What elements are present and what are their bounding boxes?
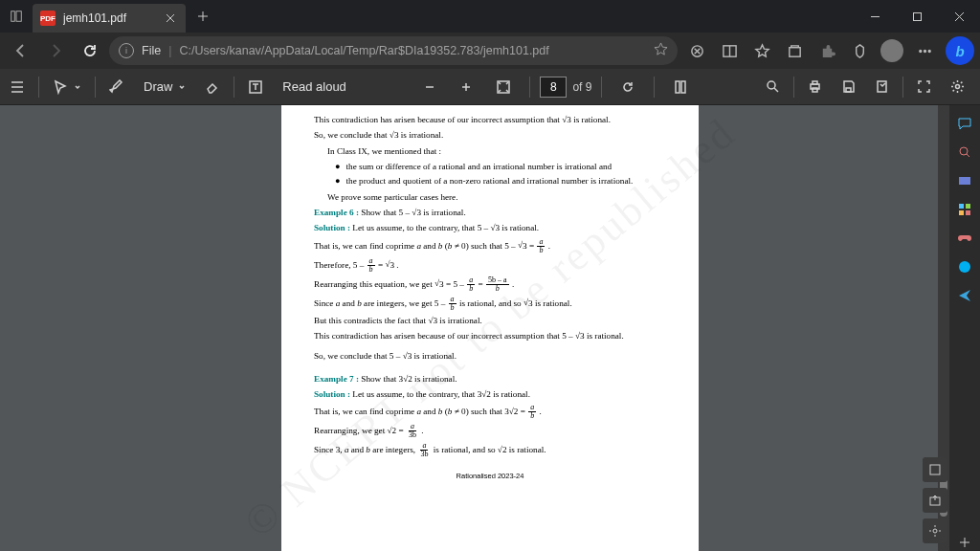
svg-point-13 bbox=[768, 81, 775, 89]
svg-rect-5 bbox=[789, 47, 799, 55]
split-screen-icon[interactable] bbox=[714, 35, 745, 66]
svg-point-22 bbox=[933, 529, 937, 533]
fullscreen-icon[interactable] bbox=[907, 69, 941, 105]
tab-title: jemh101.pdf bbox=[63, 11, 155, 25]
pdf-page: © NCERT not to be republished This contr… bbox=[281, 105, 699, 551]
svg-rect-26 bbox=[966, 204, 970, 209]
minimize-button[interactable] bbox=[854, 0, 896, 33]
svg-rect-2 bbox=[913, 12, 921, 20]
tools-icon[interactable] bbox=[956, 201, 973, 218]
svg-point-7 bbox=[924, 50, 925, 52]
page-total: of 9 bbox=[572, 80, 591, 94]
svg-rect-16 bbox=[813, 88, 817, 92]
svg-rect-0 bbox=[11, 11, 15, 22]
shopping-icon[interactable] bbox=[681, 35, 712, 66]
favorite-icon[interactable] bbox=[654, 42, 668, 59]
bing-button[interactable]: b bbox=[946, 36, 974, 65]
skype-icon[interactable] bbox=[956, 258, 973, 276]
rotate-icon[interactable] bbox=[612, 69, 644, 105]
draw-button[interactable]: Draw bbox=[134, 69, 195, 105]
print-icon[interactable] bbox=[798, 69, 832, 105]
coupon-icon[interactable] bbox=[956, 172, 973, 189]
page-footer: Rationalised 2023-24 bbox=[314, 472, 666, 482]
svg-rect-17 bbox=[846, 88, 851, 92]
search-icon[interactable] bbox=[756, 69, 790, 105]
tools-gear-icon[interactable] bbox=[923, 518, 947, 543]
floating-tools bbox=[923, 457, 947, 543]
svg-rect-24 bbox=[959, 177, 970, 185]
cursor-select-icon[interactable] bbox=[43, 69, 91, 105]
games-icon[interactable] bbox=[956, 230, 973, 247]
share-icon[interactable] bbox=[923, 488, 947, 513]
more-icon[interactable] bbox=[909, 35, 940, 66]
maximize-button[interactable] bbox=[896, 0, 938, 33]
clipboard-icon[interactable] bbox=[865, 69, 899, 105]
favorites-icon[interactable] bbox=[746, 35, 777, 66]
close-window-button[interactable] bbox=[938, 0, 980, 33]
collections-icon[interactable] bbox=[779, 35, 810, 66]
new-tab-button[interactable] bbox=[189, 3, 216, 30]
svg-point-23 bbox=[960, 147, 968, 155]
text-tool-icon[interactable] bbox=[238, 69, 273, 105]
zoom-out-button[interactable] bbox=[414, 69, 445, 105]
browser-tab[interactable]: PDF jemh101.pdf bbox=[33, 4, 186, 33]
highlight-icon[interactable] bbox=[100, 69, 134, 105]
svg-rect-12 bbox=[681, 81, 685, 93]
svg-rect-11 bbox=[676, 81, 679, 93]
contents-icon[interactable] bbox=[0, 69, 34, 105]
svg-rect-1 bbox=[16, 11, 21, 22]
extensions-icon[interactable] bbox=[812, 35, 842, 66]
svg-point-19 bbox=[956, 85, 960, 89]
address-bar: i File | C:/Users/kanav/AppData/Local/Te… bbox=[0, 33, 980, 69]
zoom-in-button[interactable] bbox=[451, 69, 481, 105]
close-tab-icon[interactable] bbox=[163, 11, 178, 26]
erase-icon[interactable] bbox=[195, 69, 230, 105]
svg-point-8 bbox=[928, 50, 930, 52]
tab-actions-icon[interactable] bbox=[0, 0, 33, 33]
settings-icon[interactable] bbox=[941, 69, 974, 105]
send-icon[interactable] bbox=[956, 287, 973, 304]
page-number-input[interactable] bbox=[540, 77, 567, 98]
search-side-icon[interactable] bbox=[956, 143, 973, 161]
browser-essentials-icon[interactable] bbox=[844, 35, 875, 66]
toolbar-right: b bbox=[681, 35, 974, 66]
forward-button bbox=[40, 35, 71, 66]
pdf-toolbar: Draw Read aloud of 9 bbox=[0, 69, 980, 105]
save-icon[interactable] bbox=[832, 69, 865, 105]
svg-rect-27 bbox=[959, 210, 964, 215]
site-info-icon[interactable]: i bbox=[119, 43, 134, 58]
svg-point-29 bbox=[959, 261, 970, 273]
svg-rect-15 bbox=[813, 81, 817, 84]
svg-point-6 bbox=[919, 50, 921, 52]
svg-rect-20 bbox=[930, 465, 940, 474]
read-aloud-button[interactable]: Read aloud bbox=[273, 69, 356, 105]
fit-page-icon[interactable] bbox=[487, 69, 520, 105]
refresh-button[interactable] bbox=[75, 35, 105, 66]
pdf-icon: PDF bbox=[40, 11, 56, 26]
svg-rect-25 bbox=[959, 204, 964, 209]
page-view-icon[interactable] bbox=[664, 69, 697, 105]
pdf-viewport[interactable]: © NCERT not to be republished This contr… bbox=[0, 105, 980, 551]
chat-icon[interactable] bbox=[956, 115, 973, 132]
url-field[interactable]: i File | C:/Users/kanav/AppData/Local/Te… bbox=[109, 36, 678, 65]
window-controls bbox=[854, 0, 980, 33]
profile-avatar[interactable] bbox=[877, 35, 907, 66]
url-path: C:/Users/kanav/AppData/Local/Temp/Rar$DI… bbox=[179, 44, 646, 57]
edge-sidebar bbox=[949, 105, 980, 551]
back-button[interactable] bbox=[6, 35, 36, 66]
url-scheme: File bbox=[142, 44, 161, 57]
title-bar: PDF jemh101.pdf bbox=[0, 0, 980, 33]
add-side-icon[interactable] bbox=[956, 534, 973, 551]
screenshot-icon[interactable] bbox=[923, 457, 947, 482]
svg-rect-28 bbox=[966, 210, 970, 215]
